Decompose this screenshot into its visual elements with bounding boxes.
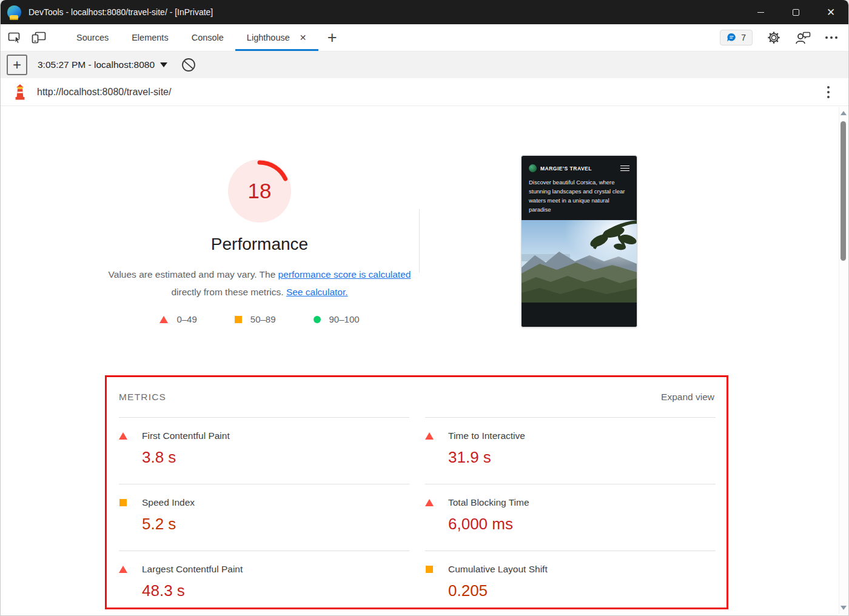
see-calculator-link[interactable]: See calculator. (286, 287, 348, 297)
metrics-section-highlighted: METRICS Expand view First Contentful Pai… (105, 375, 728, 609)
metric-label: Cumulative Layout Shift (448, 564, 548, 575)
metric-rating-icon (119, 566, 127, 573)
issues-counter-button[interactable]: 7 (720, 30, 753, 45)
landscape-photo (522, 220, 637, 303)
tab-label: Console (192, 33, 224, 42)
metric-largest-contentful-paint[interactable]: Largest Contentful Paint 48.3 s (119, 551, 409, 616)
devtools-tabs: Sources Elements Console Lighthouse ✕ + (65, 24, 343, 51)
tab-elements[interactable]: Elements (120, 24, 180, 51)
legend-fail: 0–49 (159, 314, 196, 324)
description-text: directly from these metrics. (171, 287, 286, 297)
scrollbar-thumb[interactable] (841, 121, 846, 261)
block-icon (181, 57, 196, 73)
legend-range: 50–89 (250, 314, 276, 324)
category-title: Performance (108, 235, 411, 254)
devtools-window: DevTools - localhost:8080/travel-site/ -… (0, 0, 849, 616)
pass-circle-icon (314, 316, 321, 323)
lighthouse-report: 18 Performance Values are estimated and … (1, 107, 839, 615)
gear-icon (767, 31, 780, 44)
metrics-grid: First Contentful Paint 3.8 s Time to Int… (119, 417, 716, 616)
score-value: 18 (228, 159, 291, 223)
metric-label: Total Blocking Time (448, 497, 529, 508)
final-screenshot-thumbnail: MARGIE'S TRAVEL Discover beautiful Corsi… (521, 155, 637, 327)
maximize-icon (793, 9, 799, 16)
inprivate-badge-icon (10, 15, 18, 20)
score-legend: 0–49 50–89 90–100 (96, 314, 423, 324)
feedback-person-icon (795, 31, 811, 44)
metric-value: 5.2 s (142, 515, 409, 534)
lighthouse-toolbar: + 3:05:27 PM - localhost:8080 (1, 52, 848, 78)
report-options-button[interactable] (827, 86, 830, 98)
metric-rating-icon (425, 432, 434, 440)
report-selector-dropdown[interactable]: 3:05:27 PM - localhost:8080 (38, 59, 167, 70)
metrics-heading: METRICS (119, 392, 166, 403)
section-divider (419, 209, 420, 273)
metric-first-contentful-paint[interactable]: First Contentful Paint 3.8 s (119, 417, 409, 484)
metric-speed-index[interactable]: Speed Index 5.2 s (119, 484, 409, 551)
plus-icon: + (13, 56, 21, 73)
average-square-icon (235, 316, 242, 323)
hamburger-menu-icon (620, 166, 629, 171)
titlebar: DevTools - localhost:8080/travel-site/ -… (1, 0, 848, 24)
metric-rating-icon (119, 432, 127, 440)
fail-triangle-icon (159, 316, 168, 323)
more-options-button[interactable] (825, 36, 837, 39)
metric-label: Largest Contentful Paint (142, 564, 243, 575)
tab-sources[interactable]: Sources (65, 24, 120, 51)
performance-score-gauge[interactable]: 18 (228, 159, 291, 223)
minimize-button[interactable] (743, 0, 778, 24)
close-icon: ✕ (827, 7, 835, 18)
scroll-down-icon[interactable] (841, 606, 847, 610)
legend-range: 0–49 (176, 314, 196, 324)
score-description: Values are estimated and may vary. The p… (108, 266, 411, 301)
metric-value: 3.8 s (142, 448, 409, 467)
settings-button[interactable] (767, 31, 780, 44)
new-audit-button[interactable]: + (7, 55, 27, 75)
issues-chat-icon (727, 33, 737, 42)
inspect-cursor-icon (8, 32, 22, 44)
expand-view-button[interactable]: Expand view (661, 392, 714, 403)
window-title: DevTools - localhost:8080/travel-site/ -… (29, 7, 213, 17)
thumbnail-site-footer: Destinations Our best destination guides… (522, 303, 637, 327)
minimize-icon (757, 12, 764, 13)
metric-time-to-interactive[interactable]: Time to Interactive 31.9 s (425, 417, 716, 484)
vertical-scrollbar[interactable] (839, 107, 847, 614)
feedback-button[interactable] (795, 31, 811, 44)
clear-reports-button[interactable] (181, 57, 196, 73)
inspect-element-button[interactable] (6, 28, 24, 47)
metric-label: First Contentful Paint (142, 430, 230, 441)
metric-value: 6,000 ms (448, 515, 716, 534)
metric-label: Speed Index (142, 497, 195, 508)
maximize-button[interactable] (778, 0, 813, 24)
report-url-row: http://localhost:8080/travel-site/ (1, 78, 848, 106)
site-brand: MARGIE'S TRAVEL (540, 166, 592, 172)
thumbnail-site-header: MARGIE'S TRAVEL (522, 156, 637, 172)
metric-cumulative-layout-shift[interactable]: Cumulative Layout Shift 0.205 (425, 551, 716, 616)
metric-rating-icon (119, 499, 127, 506)
issues-count: 7 (741, 33, 746, 42)
tab-label: Sources (76, 33, 109, 42)
edge-inprivate-icon (7, 5, 21, 19)
plus-icon: + (327, 28, 337, 47)
device-toolbar-button[interactable] (30, 28, 48, 47)
devtools-tabbar: Sources Elements Console Lighthouse ✕ + … (1, 24, 848, 52)
lighthouse-icon (14, 84, 26, 100)
more-tabs-button[interactable]: + (322, 24, 343, 51)
tab-console[interactable]: Console (180, 24, 235, 51)
metric-label: Time to Interactive (448, 430, 525, 441)
description-text: Values are estimated and may vary. The (109, 269, 278, 280)
legend-pass: 90–100 (314, 314, 360, 324)
site-tagline: Discover beautiful Corsica, where stunni… (522, 172, 637, 220)
tab-close-icon[interactable]: ✕ (300, 33, 307, 42)
legend-range: 90–100 (329, 314, 360, 324)
tab-label: Elements (132, 33, 168, 42)
scroll-up-icon[interactable] (841, 111, 847, 115)
close-button[interactable]: ✕ (813, 0, 848, 24)
chevron-down-icon (160, 62, 167, 67)
metric-total-blocking-time[interactable]: Total Blocking Time 6,000 ms (425, 484, 716, 551)
tab-lighthouse[interactable]: Lighthouse ✕ (235, 24, 318, 51)
score-calculated-link[interactable]: performance score is calculated (278, 269, 411, 280)
report-url: http://localhost:8080/travel-site/ (37, 87, 171, 98)
metric-value: 0.205 (448, 581, 716, 600)
metric-rating-icon (425, 499, 434, 506)
